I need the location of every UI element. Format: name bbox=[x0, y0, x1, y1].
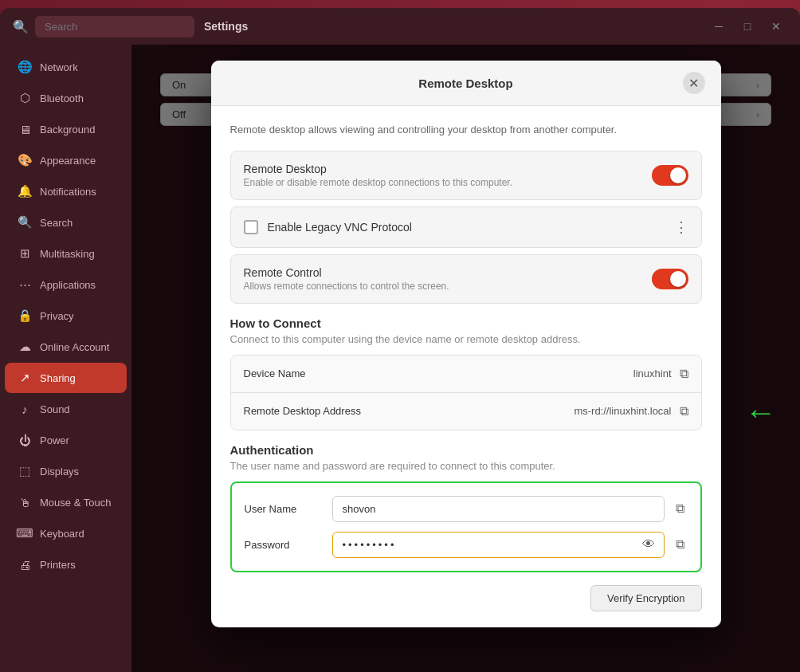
sidebar-item-network[interactable]: 🌐 Network bbox=[5, 52, 127, 82]
sidebar-item-background[interactable]: 🖥 Background bbox=[5, 114, 127, 144]
sidebar-item-appearance[interactable]: 🎨 Appearance bbox=[5, 145, 127, 175]
remote-desktop-info: Remote Desktop Enable or disable remote … bbox=[244, 163, 652, 188]
main-panel: On › Off › Remote Desktop bbox=[131, 45, 800, 672]
remote-desktop-label: Remote Desktop bbox=[244, 163, 652, 175]
sidebar-item-power[interactable]: ⏻ Power bbox=[5, 425, 127, 455]
address-value: ms-rd://linuxhint.local bbox=[574, 405, 671, 417]
remote-control-row: Remote Control Allows remote connections… bbox=[230, 254, 702, 304]
username-label: User Name bbox=[245, 503, 324, 515]
remote-control-label: Remote Control bbox=[244, 266, 652, 279]
privacy-icon: 🔒 bbox=[18, 308, 32, 323]
sidebar-item-search[interactable]: 🔍 Search bbox=[5, 207, 127, 238]
password-copy-icon[interactable]: ⧉ bbox=[673, 534, 688, 555]
username-row: User Name ⧉ bbox=[245, 496, 688, 522]
sidebar-label-privacy: Privacy bbox=[40, 310, 74, 322]
dialog-header: Remote Desktop ✕ bbox=[211, 61, 721, 106]
sidebar-label-sharing: Sharing bbox=[40, 372, 76, 384]
auth-desc: The user name and password are required … bbox=[230, 460, 702, 472]
arrow-container: ← bbox=[745, 394, 777, 430]
legacy-vnc-row: Enable Legacy VNC Protocol ⋮ bbox=[230, 206, 702, 248]
sidebar-label-mouse-touch: Mouse & Touch bbox=[40, 497, 111, 509]
remote-desktop-sublabel: Enable or disable remote desktop connect… bbox=[244, 177, 652, 188]
keyboard-icon: ⌨ bbox=[18, 526, 32, 540]
applications-icon: ⋯ bbox=[18, 277, 32, 292]
mouse-touch-icon: 🖱 bbox=[18, 495, 32, 509]
device-name-copy-icon[interactable]: ⧉ bbox=[680, 367, 688, 381]
minimize-button[interactable]: ─ bbox=[708, 15, 730, 37]
background-icon: 🖥 bbox=[18, 122, 32, 136]
remote-desktop-dialog: Remote Desktop ✕ Remote desktop allows v… bbox=[211, 61, 721, 627]
password-row: Password 👁 ⧉ bbox=[245, 532, 688, 558]
password-input[interactable] bbox=[332, 532, 665, 558]
sidebar-label-multitasking: Multitasking bbox=[40, 248, 95, 260]
search-nav-icon: 🔍 bbox=[18, 215, 32, 230]
sidebar-label-background: Background bbox=[40, 124, 95, 136]
verify-encryption-button[interactable]: Verify Encryption bbox=[590, 585, 702, 611]
window-title: Settings bbox=[204, 20, 248, 33]
sidebar-item-multitasking[interactable]: ⊞ Multitasking bbox=[5, 238, 127, 269]
sidebar-item-bluetooth[interactable]: ⬡ Bluetooth bbox=[5, 83, 127, 113]
sidebar-item-mouse-touch[interactable]: 🖱 Mouse & Touch bbox=[5, 487, 127, 517]
sidebar-item-applications[interactable]: ⋯ Applications bbox=[5, 269, 127, 300]
dialog-overlay: Remote Desktop ✕ Remote desktop allows v… bbox=[131, 45, 800, 672]
sharing-icon: ↗ bbox=[18, 371, 32, 385]
sidebar: 🌐 Network ⬡ Bluetooth 🖥 Background 🎨 App… bbox=[0, 45, 131, 672]
content-area: 🌐 Network ⬡ Bluetooth 🖥 Background 🎨 App… bbox=[0, 45, 800, 672]
sidebar-label-network: Network bbox=[40, 61, 78, 73]
displays-icon: ⬚ bbox=[18, 464, 32, 478]
dialog-title: Remote Desktop bbox=[249, 77, 683, 90]
address-key: Remote Desktop Address bbox=[244, 405, 575, 417]
maximize-button[interactable]: □ bbox=[736, 15, 759, 37]
remote-control-toggle[interactable] bbox=[652, 269, 688, 289]
sidebar-item-sound[interactable]: ♪ Sound bbox=[5, 394, 127, 424]
appearance-icon: 🎨 bbox=[18, 153, 32, 167]
dialog-wrapper: Remote Desktop ✕ Remote desktop allows v… bbox=[211, 61, 721, 627]
sidebar-item-sharing[interactable]: ↗ Sharing bbox=[5, 363, 127, 393]
green-arrow-icon: ← bbox=[745, 394, 777, 430]
sidebar-label-online-accounts: Online Account bbox=[40, 341, 109, 353]
search-input[interactable] bbox=[35, 16, 194, 37]
online-accounts-icon: ☁ bbox=[18, 340, 32, 354]
device-name-key: Device Name bbox=[244, 367, 633, 379]
legacy-vnc-checkbox[interactable] bbox=[244, 220, 258, 234]
sidebar-item-printers[interactable]: 🖨 Printers bbox=[5, 549, 127, 580]
sidebar-item-keyboard[interactable]: ⌨ Keyboard bbox=[5, 518, 127, 548]
how-to-connect-desc: Connect to this computer using the devic… bbox=[230, 333, 702, 345]
sidebar-label-applications: Applications bbox=[40, 279, 96, 291]
sidebar-item-privacy[interactable]: 🔒 Privacy bbox=[5, 301, 127, 331]
remote-desktop-toggle[interactable] bbox=[652, 165, 688, 186]
printers-icon: 🖨 bbox=[18, 557, 32, 572]
sidebar-label-notifications: Notifications bbox=[40, 186, 96, 198]
remote-control-sublabel: Allows remote connections to control the… bbox=[244, 281, 652, 292]
multitasking-icon: ⊞ bbox=[18, 246, 32, 261]
device-name-row: Device Name linuxhint ⧉ bbox=[231, 356, 701, 392]
how-to-connect-title: How to Connect bbox=[230, 316, 702, 330]
device-name-value: linuxhint bbox=[633, 367, 672, 379]
eye-icon[interactable]: 👁 bbox=[639, 534, 658, 555]
address-row: Remote Desktop Address ms-rd://linuxhint… bbox=[231, 392, 701, 430]
legacy-vnc-more-icon[interactable]: ⋮ bbox=[674, 218, 688, 236]
remote-control-info: Remote Control Allows remote connections… bbox=[244, 266, 652, 292]
sidebar-item-online-accounts[interactable]: ☁ Online Account bbox=[5, 332, 127, 362]
address-copy-icon[interactable]: ⧉ bbox=[680, 404, 688, 419]
sidebar-label-keyboard: Keyboard bbox=[40, 528, 84, 540]
sidebar-label-search: Search bbox=[40, 217, 73, 229]
main-window: 🔍 Settings ─ □ ✕ 🌐 Network ⬡ Bluetooth 🖥… bbox=[0, 8, 800, 672]
sidebar-label-bluetooth: Bluetooth bbox=[40, 92, 84, 104]
password-actions: ⧉ bbox=[673, 534, 688, 555]
close-button[interactable]: ✕ bbox=[765, 15, 787, 37]
sidebar-item-displays[interactable]: ⬚ Displays bbox=[5, 456, 127, 486]
dialog-description: Remote desktop allows viewing and contro… bbox=[230, 122, 702, 138]
username-actions: ⧉ bbox=[673, 498, 688, 519]
remote-desktop-row: Remote Desktop Enable or disable remote … bbox=[230, 151, 702, 200]
connection-info-table: Device Name linuxhint ⧉ Remote Desktop A… bbox=[230, 355, 702, 430]
network-icon: 🌐 bbox=[18, 60, 32, 74]
username-copy-icon[interactable]: ⧉ bbox=[673, 498, 688, 519]
username-input[interactable] bbox=[332, 496, 665, 522]
dialog-close-button[interactable]: ✕ bbox=[683, 72, 705, 94]
sidebar-label-printers: Printers bbox=[40, 559, 76, 571]
sidebar-item-notifications[interactable]: 🔔 Notifications bbox=[5, 176, 127, 206]
auth-title: Authentication bbox=[230, 443, 702, 457]
password-input-wrapper: 👁 bbox=[332, 532, 665, 558]
legacy-vnc-label: Enable Legacy VNC Protocol bbox=[268, 221, 665, 234]
